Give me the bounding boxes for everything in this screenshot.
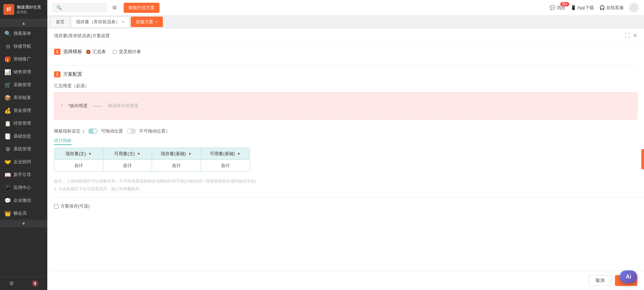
cancel-button[interactable]: 取消 — [589, 275, 612, 286]
step1-badge: 1 — [54, 49, 60, 55]
online-service-label: 在线客服 — [606, 5, 624, 11]
expand-icon[interactable]: ⛶ — [625, 32, 630, 39]
sidebar-item-wechat[interactable]: 💬 企业微信 — [0, 194, 47, 207]
col-label-2: 现存量(基辅) — [161, 151, 186, 157]
sidebar-item-marketing[interactable]: 🎁 营销推广 — [0, 53, 47, 66]
sidebar-item-inventory[interactable]: 📦 库存核算 — [0, 91, 47, 104]
non-draggable-toggle[interactable] — [126, 128, 136, 134]
draggable-toggle[interactable] — [88, 128, 98, 134]
cell-0-2: 合计 — [152, 160, 201, 171]
sidebar-label-system: 系统管理 — [14, 146, 31, 152]
message-btn[interactable]: 💬 消息 99+ — [550, 5, 565, 11]
search-input[interactable] — [64, 5, 103, 10]
scroll-down-btn[interactable]: ▼ — [0, 220, 47, 227]
radio-summary[interactable]: 汇总表 — [86, 49, 106, 55]
sidebar-item-sales[interactable]: 📊 销售管理 — [0, 66, 47, 78]
app-name: 畅捷通好生意 — [17, 4, 41, 10]
stats-section: 统计指标 现存量(主) ▼ 可用量(主) ▼ 现存量(基辅) — [47, 138, 644, 175]
app-version: 标准版 — [17, 10, 41, 15]
vertical-dim-label: *纵向维度 — [68, 103, 88, 109]
stats-table: 现存量(主) ▼ 可用量(主) ▼ 现存量(基辅) ▼ 可用量(基辅) — [54, 148, 250, 172]
save-checkbox-input[interactable] — [54, 204, 58, 209]
save-checkbox-label[interactable]: 方案保存(可选) — [54, 203, 90, 209]
sidebar-item-guide[interactable]: 📖 新手引导 — [0, 168, 47, 181]
non-draggable-label: 不可拖动位置） — [139, 128, 170, 134]
tab-new-scheme[interactable]: 新建方案 × — [131, 17, 163, 27]
radio-cross[interactable]: 交叉统计表 — [113, 49, 141, 55]
tab-inventory-label: 现存量（库存状况表） — [76, 19, 120, 25]
sidebar-label-purchase: 采购管理 — [14, 82, 31, 88]
member-icon: 👑 — [5, 210, 11, 216]
col-chevron-3[interactable]: ▼ — [237, 152, 241, 156]
col-label-3: 可用量(基辅) — [210, 151, 235, 157]
topbar: 🔍 ⚙ 体验行业方案 💬 消息 99+ 📱 App下载 🎧 在线客服 — [47, 0, 644, 16]
step1-header: 1 选择模板 汇总表 交叉统计表 — [54, 49, 637, 55]
action-bar: 取消 查询 — [47, 271, 644, 290]
dimension-label: 汇总维度（必选） — [54, 83, 637, 89]
dim-placeholder: 请选择分组维度 — [108, 103, 139, 109]
trial-button[interactable]: 体验行业方案 — [124, 3, 159, 13]
operation-icon: 📋 — [5, 120, 11, 126]
tab-inventory-status[interactable]: 现存量（库存状况表） × — [71, 17, 129, 27]
sidebar: 好 畅捷通好生意 标准版 ▲ 🔍 搜索菜单 ⊙ 快捷导航 🎁 营销推广 📊 销售… — [0, 0, 47, 290]
tab-new-scheme-close[interactable]: × — [155, 20, 158, 24]
settings-bottom-icon[interactable]: ⚙ — [9, 280, 14, 287]
app-download-btn[interactable]: 📱 App下载 — [571, 5, 594, 11]
step1-section: 1 选择模板 汇总表 交叉统计表 — [47, 43, 644, 66]
sidebar-label-basic: 基础信息 — [14, 133, 31, 139]
gear-icon[interactable]: ⚙ — [112, 4, 117, 11]
close-panel-icon[interactable]: ✕ — [633, 32, 637, 39]
message-icon: 💬 — [550, 5, 555, 10]
tab-new-scheme-label: 新建方案 — [136, 19, 153, 25]
dimension-area[interactable]: * *纵向维度 —— 请选择分组维度 — [54, 92, 637, 119]
sidebar-item-finance[interactable]: 💰 资金管理 — [0, 104, 47, 117]
sidebar-label-inventory: 库存核算 — [14, 95, 31, 101]
step2-badge: 2 — [54, 71, 60, 77]
stats-table-header: 现存量(主) ▼ 可用量(主) ▼ 现存量(基辅) ▼ 可用量(基辅) — [54, 148, 250, 160]
footer-section: 方案保存(可选) — [47, 197, 644, 215]
sidebar-label-cooperation: 企业协同 — [14, 159, 31, 165]
col-header-0[interactable]: 现存量(主) ▼ — [54, 148, 103, 160]
purchase-icon: 🛒 — [5, 82, 11, 88]
sidebar-item-basic[interactable]: 📑 基础信息 — [0, 130, 47, 143]
main-area: 🔍 ⚙ 体验行业方案 💬 消息 99+ 📱 App下载 🎧 在线客服 首页 — [47, 0, 644, 290]
app-download-label: App下载 — [577, 5, 594, 11]
col-header-1[interactable]: 可用量(主) ▼ — [103, 148, 152, 160]
sidebar-item-system[interactable]: ⚙ 系统管理 — [0, 143, 47, 155]
main-panel: 现存量(库存状况表)方案设置 ⛶ ✕ 1 选择模板 汇总表 — [47, 28, 644, 290]
cell-0-3: 合计 — [201, 160, 250, 171]
online-service-btn[interactable]: 🎧 在线客服 — [599, 5, 624, 11]
sidebar-item-operation[interactable]: 📋 经营管理 — [0, 117, 47, 130]
mute-icon[interactable]: 🔇 — [32, 280, 39, 287]
sidebar-item-purchase[interactable]: 🛒 采购管理 — [0, 78, 47, 91]
col-header-2[interactable]: 现存量(基辅) ▼ — [152, 148, 201, 160]
col-header-3[interactable]: 可用量(基辅) ▼ — [201, 148, 250, 160]
sidebar-label-appstore: 应用中心 — [14, 185, 31, 191]
tab-inventory-close[interactable]: × — [122, 20, 124, 24]
sidebar-label-search: 搜索菜单 — [14, 30, 31, 37]
radio-summary-input[interactable] — [86, 50, 91, 54]
col-label-0: 现存量(主) — [66, 151, 86, 157]
col-chevron-1[interactable]: ▼ — [137, 152, 141, 156]
sidebar-item-member[interactable]: 👑 畅会员 — [0, 207, 47, 220]
col-chevron-2[interactable]: ▼ — [188, 152, 192, 156]
shortcuts-icon: ⊙ — [5, 43, 11, 49]
cooperation-icon: 🤝 — [5, 159, 11, 165]
sidebar-item-search[interactable]: 🔍 搜索菜单 — [0, 27, 47, 40]
search-box[interactable]: 🔍 — [53, 3, 107, 12]
search-icon: 🔍 — [5, 30, 11, 37]
radio-summary-label: 汇总表 — [93, 49, 106, 55]
metrics-intro-label: 模板指标设定（ — [54, 128, 85, 134]
sidebar-item-shortcuts[interactable]: ⊙ 快捷导航 — [0, 40, 47, 53]
scroll-up-btn[interactable]: ▲ — [0, 19, 47, 27]
radio-cross-label: 交叉统计表 — [119, 49, 141, 55]
finance-icon: 💰 — [5, 107, 11, 114]
panel-header: 现存量(库存状况表)方案设置 ⛶ ✕ — [47, 28, 644, 43]
tab-home[interactable]: 首页 — [51, 17, 70, 27]
sidebar-item-cooperation[interactable]: 🤝 企业协同 — [0, 155, 47, 168]
col-chevron-0[interactable]: ▼ — [88, 152, 92, 156]
sidebar-item-appstore[interactable]: 📱 应用中心 — [0, 181, 47, 194]
radio-cross-input[interactable] — [113, 50, 117, 54]
ai-float-button[interactable]: Ai — [620, 270, 637, 283]
user-avatar[interactable] — [629, 3, 639, 13]
